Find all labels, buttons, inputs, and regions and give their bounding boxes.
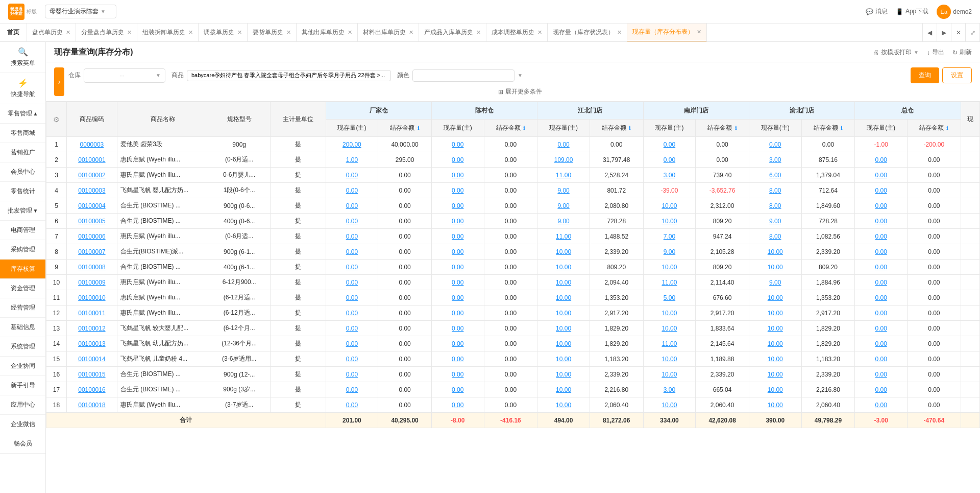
qty-value[interactable]: 0.00 (346, 218, 358, 225)
qty-value[interactable]: 0.00 (875, 279, 887, 286)
qty-value[interactable]: 8.00 (769, 187, 781, 194)
export-button[interactable]: ↓ 导出 (927, 48, 944, 57)
qty-value[interactable]: 0.00 (452, 218, 463, 225)
sidebar-item-inventory[interactable]: 库存核算 (0, 260, 45, 279)
product-code-link[interactable]: 00100012 (78, 325, 105, 332)
tab-product-in[interactable]: 产成品入库单历史 ✕ (419, 24, 486, 42)
qty-value[interactable]: 0.00 (557, 141, 569, 148)
tab-close-icon[interactable]: ✕ (127, 29, 132, 36)
tab-combo-disassemble[interactable]: 组装拆卸单历史 ✕ (137, 24, 199, 42)
sidebar-item-weixin[interactable]: 企业微信 (0, 415, 45, 434)
qty-value[interactable]: 0.00 (346, 279, 358, 286)
sidebar-item-basic[interactable]: 基础信息 (0, 318, 45, 337)
qty-value[interactable]: 11.00 (556, 233, 571, 240)
product-code-link[interactable]: 00100008 (78, 264, 105, 271)
tab-close-icon[interactable]: ✕ (286, 29, 291, 36)
product-code-link[interactable]: 00100009 (78, 279, 105, 286)
qty-value[interactable]: 8.00 (769, 233, 781, 240)
product-code-link[interactable]: 0000003 (80, 141, 104, 148)
color-input[interactable] (412, 69, 514, 82)
tab-requisition[interactable]: 要货单历史 ✕ (248, 24, 297, 42)
qty-value[interactable]: 0.00 (452, 402, 463, 409)
tab-close-icon[interactable]: ✕ (617, 29, 622, 36)
tab-inventory-count[interactable]: 盘点单历史 ✕ (27, 24, 76, 42)
qty-value[interactable]: 0.00 (875, 294, 887, 301)
qty-value[interactable]: 10.00 (662, 264, 677, 271)
sidebar-item-retail-shop[interactable]: 零售商城 (0, 124, 45, 143)
qty-value[interactable]: 11.00 (662, 279, 677, 286)
qty-value[interactable]: 0.00 (346, 386, 358, 393)
qty-value[interactable]: 0.00 (875, 218, 887, 225)
qty-value[interactable]: 0.00 (769, 141, 781, 148)
qty-value[interactable]: 9.00 (557, 202, 569, 209)
tab-close-icon[interactable]: ✕ (409, 29, 413, 36)
product-code-link[interactable]: 00100007 (78, 248, 105, 255)
sidebar-item-ecommerce[interactable]: 电商管理 (0, 221, 45, 240)
tab-close-icon[interactable]: ✕ (237, 29, 242, 36)
tab-stock-status[interactable]: 现存量（库存状况表） ✕ (548, 24, 627, 42)
product-code-link[interactable]: 00100014 (78, 356, 105, 363)
qty-value[interactable]: -39.00 (660, 187, 678, 194)
filter-expand-button[interactable]: › (54, 67, 64, 96)
qty-value[interactable]: 0.00 (452, 294, 463, 301)
tab-next-button[interactable]: ▶ (937, 24, 951, 42)
qty-value[interactable]: 0.00 (452, 172, 463, 179)
product-code-link[interactable]: 00100011 (78, 310, 105, 317)
filter-expand-more[interactable]: ⊞ 展开更多条件 (68, 87, 972, 96)
qty-value[interactable]: 0.00 (452, 310, 463, 317)
tab-material-out[interactable]: 材料出库单历史 ✕ (358, 24, 419, 42)
tab-expand-button[interactable]: ⤢ (966, 24, 980, 42)
qty-value[interactable]: 10.00 (556, 279, 571, 286)
tab-other-out[interactable]: 其他出库单历史 ✕ (297, 24, 358, 42)
tab-close-icon[interactable]: ✕ (348, 29, 352, 36)
qty-value[interactable]: 0.00 (452, 279, 463, 286)
qty-value[interactable]: 10.00 (556, 325, 571, 332)
qty-value[interactable]: 10.00 (556, 356, 571, 363)
qty-value[interactable]: 6.00 (769, 172, 781, 179)
qty-value[interactable]: 0.00 (346, 264, 358, 271)
sidebar-item-purchase[interactable]: 采购管理 (0, 240, 45, 260)
qty-value[interactable]: 0.00 (452, 386, 463, 393)
qty-value[interactable]: 10.00 (768, 402, 783, 409)
product-code-link[interactable]: 00100004 (78, 202, 105, 209)
th-settings[interactable]: ⚙ (46, 102, 67, 137)
qty-value[interactable]: 0.00 (875, 264, 887, 271)
qty-value[interactable]: 10.00 (556, 310, 571, 317)
qty-value[interactable]: 0.00 (875, 325, 887, 332)
qty-value[interactable]: 0.00 (875, 202, 887, 209)
tab-cost-adjust[interactable]: 成本调整单历史 ✕ (486, 24, 548, 42)
qty-value[interactable]: 0.00 (346, 187, 358, 194)
sidebar-item-enterprise[interactable]: 企业协同 (0, 357, 45, 376)
qty-value[interactable]: 0.00 (452, 202, 463, 209)
qty-value[interactable]: 10.00 (556, 340, 571, 347)
qty-value[interactable]: 0.00 (875, 340, 887, 347)
qty-value[interactable]: 10.00 (556, 386, 571, 393)
tab-close-icon[interactable]: ✕ (66, 29, 70, 36)
qty-value[interactable]: 0.00 (452, 233, 463, 240)
qty-value[interactable]: 0.00 (452, 187, 463, 194)
qty-value[interactable]: 0.00 (346, 356, 358, 363)
qty-value[interactable]: 0.00 (346, 248, 358, 255)
qty-value[interactable]: 10.00 (556, 264, 571, 271)
sidebar-item-system[interactable]: 系统管理 (0, 337, 45, 357)
qty-value[interactable]: 10.00 (662, 202, 677, 209)
sidebar-item-vip[interactable]: 畅会员 (0, 434, 45, 454)
qty-value[interactable]: 11.00 (662, 340, 677, 347)
qty-value[interactable]: 10.00 (768, 371, 783, 378)
qty-value[interactable]: 3.00 (664, 386, 675, 393)
sidebar-item-retail-stats[interactable]: 零售统计 (0, 182, 45, 201)
qty-value[interactable]: 0.00 (346, 294, 358, 301)
tab-split-count[interactable]: 分量盘点单历史 ✕ (76, 24, 137, 42)
sidebar-item-quicknav[interactable]: ⚡ 快捷导航 (0, 73, 45, 104)
qty-value[interactable]: 200.00 (342, 141, 361, 148)
qty-value[interactable]: 0.00 (346, 371, 358, 378)
product-code-link[interactable]: 00100016 (78, 386, 105, 393)
qty-value[interactable]: 5.00 (664, 294, 675, 301)
qty-value[interactable]: 10.00 (662, 402, 677, 409)
qty-value[interactable]: 7.00 (664, 233, 675, 240)
qty-value[interactable]: 1.00 (346, 156, 358, 163)
product-code-link[interactable]: 00100001 (78, 156, 105, 163)
user-area[interactable]: Ea demo2 (937, 5, 972, 19)
qty-value[interactable]: 0.00 (452, 340, 463, 347)
tab-close-icon[interactable]: ✕ (537, 29, 542, 36)
